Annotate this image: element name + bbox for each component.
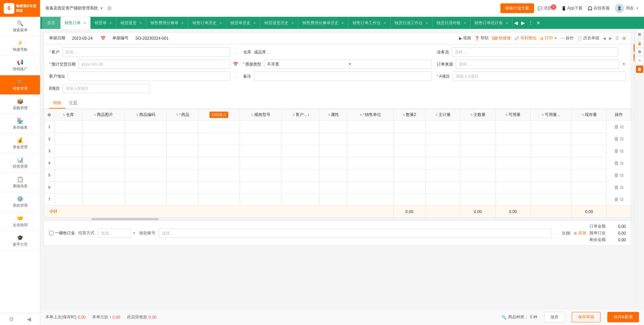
tab-sales-expense-history[interactable]: 销售费用分摊单历史 ✕ bbox=[298, 17, 348, 29]
panel-icon-1[interactable]: ⊞ bbox=[636, 31, 643, 38]
row-2-attribute[interactable] bbox=[319, 133, 347, 145]
remark-input[interactable] bbox=[254, 72, 432, 81]
row-6-stock[interactable] bbox=[571, 181, 606, 193]
delivery-date-input[interactable] bbox=[78, 59, 230, 69]
row-7-warehouse[interactable] bbox=[54, 193, 82, 206]
sidebar-item-finance[interactable]: 💰 资金管理 bbox=[0, 134, 40, 153]
row-2-warehouse[interactable] bbox=[54, 133, 82, 145]
operations-btn[interactable]: ⋯ 操作 bbox=[561, 35, 574, 41]
tab-cash-daily-workbench[interactable]: 钱货日清工作台 ✕ bbox=[390, 17, 432, 29]
sort-icon[interactable]: ⇅ bbox=[359, 113, 362, 117]
tab-close-icon[interactable]: ✕ bbox=[219, 21, 222, 25]
tab-cash-daily-reconcile[interactable]: 钱货日清对账 ✕ bbox=[432, 17, 470, 29]
tab-sales-expense-split[interactable]: 销售费用分摊单 ✕ bbox=[146, 17, 188, 29]
row-3-main-qty[interactable] bbox=[460, 145, 495, 157]
row-5-main-unit[interactable] bbox=[425, 169, 460, 181]
row-7-unit[interactable] bbox=[347, 193, 393, 206]
row-3-attribute[interactable] bbox=[319, 145, 347, 157]
sort-icon[interactable]: ⇅ bbox=[63, 113, 65, 117]
row-3-warehouse[interactable] bbox=[54, 145, 82, 157]
row-5-unit[interactable] bbox=[347, 169, 393, 181]
row-3-spec[interactable] bbox=[239, 145, 282, 157]
tab-close-all-icon[interactable]: ✕ bbox=[535, 20, 542, 26]
row-7-main-unit[interactable] bbox=[425, 193, 460, 206]
row-4-attribute[interactable] bbox=[319, 157, 347, 169]
tab-close-icon[interactable]: ✕ bbox=[139, 21, 142, 25]
add-material-float-btn[interactable]: +物料 bbox=[634, 53, 635, 62]
row-7-available[interactable] bbox=[495, 193, 530, 206]
panel-icon-3[interactable]: ⚙ bbox=[636, 48, 643, 55]
tab-close-icon[interactable]: ✕ bbox=[83, 21, 86, 25]
sort-icon[interactable]: ⇅ bbox=[403, 113, 405, 117]
row-5-available[interactable] bbox=[495, 169, 530, 181]
copy-row-5-icon[interactable]: ⧉ bbox=[620, 172, 623, 178]
sort-icon[interactable]: ⇅ bbox=[93, 113, 96, 117]
delivery-calendar-icon[interactable]: 📅 bbox=[233, 62, 238, 67]
row-6-customer-code[interactable] bbox=[282, 181, 319, 193]
row-3-stock[interactable] bbox=[571, 145, 606, 157]
row-4-main-unit[interactable] bbox=[425, 157, 460, 169]
system-name-dropdown[interactable]: 装备及固定资产辅助管理系统 ▼ bbox=[45, 5, 104, 11]
row-6-qty2[interactable] bbox=[393, 181, 425, 193]
sort-icon[interactable]: ⇅ bbox=[435, 113, 438, 117]
row-5-spec[interactable] bbox=[239, 169, 282, 181]
row-4-spec[interactable] bbox=[239, 157, 282, 169]
save-draft-btn[interactable]: 保存草稿 bbox=[572, 312, 601, 322]
product-types-search-icon[interactable]: 🔍 bbox=[501, 315, 506, 320]
sidebar-item-system[interactable]: ⚙️ 系统管理 bbox=[0, 192, 40, 212]
solution-btn[interactable]: 体验行业方案 bbox=[500, 3, 534, 13]
delete-row-4-icon[interactable]: 🗑 bbox=[614, 160, 619, 166]
view-video-btn[interactable]: ▶ 视频 bbox=[459, 35, 471, 41]
shortcut-btn[interactable]: ⌨ 快捷键 bbox=[492, 35, 511, 41]
row-6-code[interactable] bbox=[124, 181, 167, 193]
address-dots-icon[interactable]: … bbox=[234, 74, 238, 79]
one-click-checkout-checkbox[interactable] bbox=[49, 231, 53, 235]
tab-close-icon[interactable]: ✕ bbox=[291, 21, 294, 25]
row-1-attribute[interactable] bbox=[319, 121, 347, 133]
row-7-code[interactable] bbox=[124, 193, 167, 206]
row-3-scan[interactable] bbox=[198, 145, 239, 157]
nav-next-icon[interactable]: ▶ bbox=[609, 36, 612, 41]
row-6-unit[interactable] bbox=[347, 181, 393, 193]
row-1-image[interactable] bbox=[82, 121, 125, 133]
row-7-attribute[interactable] bbox=[319, 193, 347, 206]
row-2-code[interactable] bbox=[124, 133, 167, 145]
salesman-input[interactable] bbox=[452, 47, 618, 57]
row-3-image[interactable] bbox=[82, 145, 125, 157]
row-7-scan[interactable] bbox=[198, 193, 239, 206]
copy-row-4-icon[interactable]: ⧉ bbox=[620, 160, 623, 166]
scrollbar-thumb[interactable] bbox=[91, 218, 159, 220]
row-4-qty2[interactable] bbox=[393, 157, 425, 169]
row-1-stock[interactable] bbox=[571, 121, 606, 133]
row-7-spec[interactable] bbox=[239, 193, 282, 206]
row-1-scan[interactable] bbox=[198, 121, 239, 133]
sidebar-item-quicknav[interactable]: ⚡ 快捷导航 bbox=[0, 36, 40, 56]
tab-close-icon[interactable]: ✕ bbox=[341, 21, 344, 25]
row-2-stock[interactable] bbox=[571, 133, 606, 145]
row-2-product[interactable] bbox=[167, 133, 199, 145]
one-click-checkout-label[interactable]: 一键收订金 bbox=[49, 230, 75, 236]
row-4-available[interactable] bbox=[495, 157, 530, 169]
tab-detail[interactable]: 明细 bbox=[49, 98, 65, 109]
sidebar-item-sales[interactable]: 🛒 销售管理 bbox=[0, 75, 40, 95]
tab-sales-order-stats[interactable]: 销售订单统计表 ✕ bbox=[470, 17, 513, 29]
delete-row-7-icon[interactable]: 🗑 bbox=[614, 197, 619, 202]
nav-prev-icon[interactable]: ◀ bbox=[603, 36, 606, 41]
panel-icon-5[interactable]: 📋 bbox=[636, 66, 643, 73]
info-icon[interactable]: ℹ bbox=[308, 113, 309, 117]
row-3-product[interactable] bbox=[167, 145, 199, 157]
sidebar-item-purchase[interactable]: 📦 采购管理 bbox=[0, 95, 40, 114]
info-icon[interactable]: ℹ bbox=[110, 315, 111, 319]
row-4-unit[interactable] bbox=[347, 157, 393, 169]
row-6-available[interactable] bbox=[495, 181, 530, 193]
delete-row-1-icon[interactable]: 🗑 bbox=[614, 124, 619, 129]
row-6-attribute[interactable] bbox=[319, 181, 347, 193]
tab-close-icon[interactable]: ✕ bbox=[463, 21, 466, 25]
sidebar-collapse-icon[interactable]: ◀ bbox=[27, 316, 31, 322]
row-1-qty2[interactable] bbox=[393, 121, 425, 133]
payment-method-input[interactable] bbox=[98, 229, 131, 238]
tab-close-icon[interactable]: ✕ bbox=[253, 21, 256, 25]
copy-row-2-icon[interactable]: ⧉ bbox=[620, 136, 623, 142]
scan-btn[interactable]: 扫码录入 bbox=[210, 112, 228, 118]
order-source-input[interactable] bbox=[456, 59, 619, 69]
